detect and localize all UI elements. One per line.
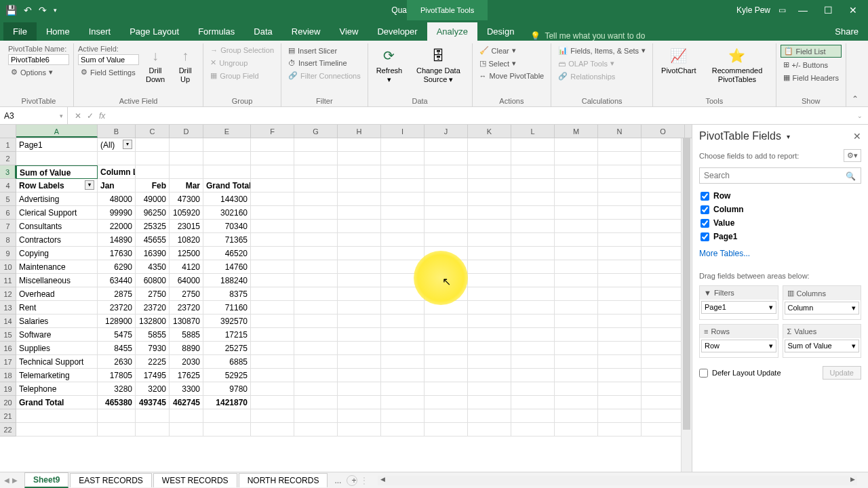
cell[interactable]	[642, 179, 685, 192]
cell[interactable]	[136, 423, 170, 436]
cell[interactable]: Jan	[98, 179, 136, 192]
cell[interactable]	[642, 220, 685, 233]
cell[interactable]: 47300	[170, 192, 203, 206]
cell[interactable]	[642, 396, 685, 409]
row-header[interactable]: 13	[0, 301, 16, 314]
cell[interactable]	[468, 328, 511, 342]
cell[interactable]	[294, 423, 338, 436]
cell[interactable]	[136, 165, 170, 179]
cell[interactable]	[598, 314, 642, 328]
cell[interactable]: 63440	[98, 274, 136, 287]
field-list-button[interactable]: 📋 Field List	[781, 45, 842, 58]
cell[interactable]: 25325	[136, 220, 170, 233]
minimize-icon[interactable]: —	[794, 5, 812, 16]
expand-formula-icon[interactable]: ⌄	[852, 113, 868, 119]
cell[interactable]: 14890	[98, 233, 136, 247]
cell[interactable]	[598, 247, 642, 260]
row-label-cell[interactable]: Supplies	[16, 342, 98, 355]
cell[interactable]	[203, 165, 251, 179]
field-settings-button[interactable]: ⚙ Field Settings	[78, 66, 139, 78]
cell[interactable]	[338, 165, 381, 179]
cell[interactable]: 1421870	[203, 396, 251, 409]
cell[interactable]: 46520	[203, 247, 251, 260]
column-header[interactable]: F	[251, 125, 294, 138]
column-header[interactable]: N	[598, 125, 642, 138]
cell[interactable]: 12500	[170, 247, 203, 260]
cell[interactable]	[381, 314, 425, 328]
row-header[interactable]: 7	[0, 220, 16, 233]
collapse-ribbon-icon[interactable]: ⌃	[846, 92, 864, 106]
cell[interactable]: 2750	[136, 287, 170, 301]
cell[interactable]: 71160	[203, 301, 251, 314]
cell[interactable]	[338, 328, 381, 342]
cell[interactable]	[203, 138, 251, 152]
fields-items-sets-button[interactable]: 📊 Fields, Items, & Sets ▾	[555, 45, 648, 56]
cell[interactable]: 132800	[136, 314, 170, 328]
cell[interactable]	[642, 314, 685, 328]
cell[interactable]	[251, 423, 294, 436]
row-header[interactable]: 9	[0, 247, 16, 260]
qat-dropdown-icon[interactable]: ▾	[54, 7, 57, 14]
row-label-cell[interactable]: Advertising	[16, 192, 98, 206]
drill-down-button[interactable]: ↓Drill Down	[142, 45, 169, 85]
cell[interactable]	[170, 152, 203, 165]
cell[interactable]	[598, 382, 642, 396]
cell[interactable]	[16, 152, 98, 165]
cell[interactable]	[642, 355, 685, 369]
row-label-cell[interactable]: Maintenance	[16, 260, 98, 274]
cell[interactable]	[555, 314, 598, 328]
tab-design[interactable]: Design	[477, 22, 524, 41]
cell[interactable]: 3200	[136, 382, 170, 396]
cell[interactable]	[468, 247, 511, 260]
cell[interactable]	[425, 287, 468, 301]
cell[interactable]	[642, 260, 685, 274]
cell[interactable]	[468, 138, 511, 152]
cell[interactable]: 14760	[203, 260, 251, 274]
cell[interactable]: 3280	[98, 382, 136, 396]
cell[interactable]	[425, 396, 468, 409]
cell[interactable]: 16390	[136, 247, 170, 260]
cell[interactable]	[338, 287, 381, 301]
cell[interactable]: 49000	[136, 192, 170, 206]
group-field-button[interactable]: ▦ Group Field	[208, 70, 277, 81]
cell[interactable]	[294, 342, 338, 355]
cell[interactable]: 17495	[136, 369, 170, 382]
cell[interactable]	[251, 342, 294, 355]
cell[interactable]	[338, 355, 381, 369]
cell[interactable]	[251, 396, 294, 409]
cell[interactable]	[642, 138, 685, 152]
cell[interactable]	[381, 220, 425, 233]
field-checkbox[interactable]	[701, 192, 709, 201]
cell[interactable]	[642, 423, 685, 436]
cell[interactable]	[338, 396, 381, 409]
field-checkbox[interactable]	[701, 205, 709, 214]
sheet-tab[interactable]: EAST RECORDS	[70, 473, 151, 487]
cell[interactable]	[381, 138, 425, 152]
cell[interactable]	[468, 192, 511, 206]
column-header[interactable]: C	[136, 125, 170, 138]
cell[interactable]	[555, 192, 598, 206]
cell[interactable]	[468, 165, 511, 179]
cell[interactable]	[511, 409, 555, 423]
cell[interactable]	[425, 355, 468, 369]
tab-analyze[interactable]: Analyze	[427, 22, 477, 41]
cell[interactable]	[425, 314, 468, 328]
cell[interactable]	[425, 233, 468, 247]
cell[interactable]	[642, 409, 685, 423]
cell[interactable]	[16, 409, 98, 423]
cell[interactable]: 462745	[170, 396, 203, 409]
cell[interactable]	[381, 423, 425, 436]
cell[interactable]: 130870	[170, 314, 203, 328]
defer-checkbox[interactable]	[699, 369, 708, 378]
cell[interactable]: 25275	[203, 342, 251, 355]
cell[interactable]	[425, 247, 468, 260]
cell[interactable]	[642, 152, 685, 165]
row-header[interactable]: 12	[0, 287, 16, 301]
cell[interactable]	[338, 138, 381, 152]
fx-icon[interactable]: fx	[99, 111, 105, 121]
cell[interactable]: 23015	[170, 220, 203, 233]
column-pill[interactable]: Column▾	[785, 302, 860, 314]
cell[interactable]: 8890	[170, 342, 203, 355]
cell[interactable]	[511, 233, 555, 247]
cell[interactable]	[251, 247, 294, 260]
